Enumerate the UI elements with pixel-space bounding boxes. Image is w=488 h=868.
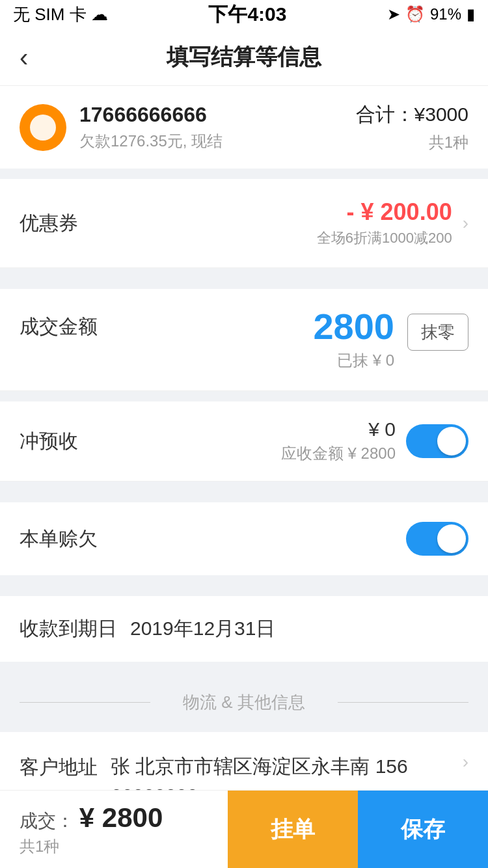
status-right: ➤ ⏰ 91% ▮ — [387, 5, 475, 23]
prepayment-value-wrap: ¥ 0 应收金额 ¥ 2800 — [281, 418, 396, 464]
nav-bar: ‹ 填写结算等信息 — [0, 29, 488, 86]
back-button[interactable]: ‹ — [20, 44, 28, 70]
status-left: 无 SIM 卡 ☁ — [13, 3, 108, 26]
smash-zero-button[interactable]: 抹零 — [407, 314, 468, 351]
customer-debt: 欠款1276.35元, 现结 — [79, 131, 223, 152]
prepayment-row: 冲预收 ¥ 0 应收金额 ¥ 2800 — [0, 401, 488, 481]
due-date-value: 2019年12月31日 — [130, 616, 275, 642]
deal-amount-wrap: 2800 已抹 ¥ 0 — [313, 308, 394, 371]
save-label: 保存 — [401, 815, 445, 845]
logistics-section-sep: 物流 & 其他信息 — [0, 683, 488, 722]
deal-amount-row: 成交金额 2800 已抹 ¥ 0 抹零 — [0, 289, 488, 391]
deal-amount-right: 2800 已抹 ¥ 0 抹零 — [313, 308, 468, 371]
address-chevron-icon: › — [463, 752, 468, 772]
coupon-discount: - ¥ 200.00 — [317, 198, 452, 226]
customer-info: 17666666666 欠款1276.35元, 现结 — [79, 103, 223, 152]
customer-total: 合计：¥3000 — [356, 102, 468, 128]
customer-row: 17666666666 欠款1276.35元, 现结 合计：¥3000 共1种 — [0, 86, 488, 169]
section-divider-2 — [0, 492, 488, 502]
section-divider-4 — [0, 672, 488, 683]
section-divider-1 — [0, 278, 488, 289]
avatar-icon — [30, 115, 56, 141]
status-bar: 无 SIM 卡 ☁ 下午4:03 ➤ ⏰ 91% ▮ — [0, 0, 488, 29]
logistics-label: 物流 & 其他信息 — [183, 691, 305, 714]
save-button[interactable]: 保存 — [358, 791, 488, 869]
due-date-label: 收款到期日 — [20, 616, 117, 642]
deal-amount-label: 成交金额 — [20, 308, 98, 340]
section-divider-5 — [0, 722, 488, 732]
debt-row: 本单赊欠 — [0, 502, 488, 575]
hang-order-button[interactable]: 挂单 — [228, 791, 358, 869]
bottom-deal-line: 成交： ¥ 2800 — [20, 802, 208, 834]
deal-amount-value: 2800 — [313, 308, 394, 345]
sep-line-left — [20, 702, 150, 703]
due-date-row: 收款到期日 2019年12月31日 — [0, 596, 488, 662]
sim-status: 无 SIM 卡 ☁ — [13, 3, 108, 26]
coupon-chevron-icon: › — [463, 213, 468, 234]
bottom-deal-label: 成交： — [20, 811, 74, 831]
avatar — [20, 104, 66, 151]
debt-label: 本单赊欠 — [20, 526, 98, 552]
coupon-value-wrap: - ¥ 200.00 全场6折满1000减200 — [317, 198, 452, 248]
section-divider-3 — [0, 586, 488, 596]
coupon-label: 优惠券 — [20, 210, 78, 237]
location-icon: ➤ — [387, 5, 400, 23]
coupon-right: - ¥ 200.00 全场6折满1000减200 › — [317, 198, 468, 248]
hang-order-label: 挂单 — [271, 815, 315, 845]
customer-count: 共1种 — [356, 132, 468, 153]
customer-right: 合计：¥3000 共1种 — [356, 102, 468, 153]
battery-level: 91% — [430, 5, 461, 23]
prepayment-right: ¥ 0 应收金额 ¥ 2800 — [281, 418, 468, 464]
sep-line-right — [338, 702, 468, 703]
bottom-deal-amount: ¥ 2800 — [79, 802, 163, 833]
alarm-icon: ⏰ — [405, 5, 425, 23]
coupon-row[interactable]: 优惠券 - ¥ 200.00 全场6折满1000减200 › — [0, 179, 488, 268]
prepayment-label: 冲预收 — [20, 428, 78, 455]
bottom-info: 成交： ¥ 2800 共1种 — [0, 802, 228, 857]
status-time: 下午4:03 — [208, 1, 286, 28]
customer-left: 17666666666 欠款1276.35元, 现结 — [20, 103, 223, 152]
coupon-desc: 全场6折满1000减200 — [317, 228, 452, 248]
prepayment-toggle[interactable] — [406, 424, 468, 458]
toggle-knob — [437, 427, 466, 455]
bottom-bar: 成交： ¥ 2800 共1种 挂单 保存 — [0, 790, 488, 868]
bottom-count: 共1种 — [20, 836, 208, 857]
customer-phone: 17666666666 — [79, 103, 223, 127]
address-label: 客户地址 — [20, 752, 98, 781]
debt-toggle[interactable] — [406, 522, 468, 556]
deal-erased: 已抹 ¥ 0 — [313, 350, 394, 371]
battery-icon: ▮ — [467, 5, 475, 23]
debt-toggle-knob — [437, 524, 466, 553]
page-title: 填写结算等信息 — [167, 42, 321, 72]
content-area: 17666666666 欠款1276.35元, 现结 合计：¥3000 共1种 … — [0, 86, 488, 868]
prepayment-receivable: 应收金额 ¥ 2800 — [281, 443, 396, 464]
prepayment-amount: ¥ 0 — [281, 418, 396, 441]
